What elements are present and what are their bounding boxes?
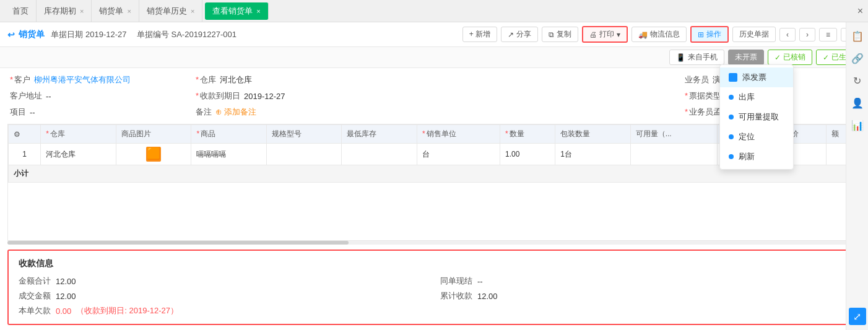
- doc-icon: ↩: [7, 30, 15, 40]
- tab-view-sales-label: 查看销货单: [212, 6, 253, 17]
- logistics-button[interactable]: 🚚 物流信息: [631, 27, 687, 42]
- available-extract-icon: [729, 115, 734, 119]
- dropdown-locate[interactable]: 定位: [720, 127, 793, 147]
- payment-date-label: 收款到期日: [196, 90, 240, 102]
- toolbar-right: + 新增 ↗ 分享 ⧉ 复制 🖨 打印 ▾ 🚚 物流信息: [462, 26, 861, 43]
- row-image: 🟧: [116, 144, 191, 165]
- tab-sales-history-label: 销货单历史: [147, 6, 187, 17]
- check2-icon: ✓: [823, 53, 829, 62]
- tab-sales-close[interactable]: ×: [127, 7, 131, 15]
- copy-button[interactable]: ⧉ 复制: [542, 27, 578, 42]
- print-button[interactable]: 🖨 打印 ▾: [582, 26, 628, 43]
- tab-bar: 首页 库存期初 × 销货单 × 销货单历史 × 查看销货单 × ×: [0, 0, 868, 22]
- th-warehouse: 仓库: [41, 125, 116, 144]
- sidebar-icon-link[interactable]: 🔗: [849, 50, 866, 67]
- dropdown-add-invoice[interactable]: 添发票: [720, 67, 793, 87]
- payment-grid: 金额合计 12.00 同单现结 -- 成交金额 12.00 累计收款 12.00…: [19, 276, 849, 316]
- payment-date-field: 收款到期日 2019-12-27: [196, 90, 369, 102]
- invoice-icon: [729, 73, 737, 82]
- project-value: --: [30, 108, 35, 117]
- th-settings: ⚙: [9, 125, 41, 144]
- customer-value[interactable]: 柳州粤港平安气体有限公司: [34, 74, 131, 85]
- tab-sales-history[interactable]: 销货单历史 ×: [139, 0, 202, 22]
- not-open-button[interactable]: 未开票: [728, 50, 764, 65]
- sidebar-icon-user[interactable]: 👤: [849, 94, 866, 111]
- row-available: [630, 144, 717, 165]
- tab-inventory-init[interactable]: 库存期初 ×: [37, 0, 92, 22]
- warehouse-label: 仓库: [196, 74, 216, 85]
- payment-date-value: 2019-12-27: [244, 92, 285, 101]
- th-package-qty: 包装数量: [555, 125, 631, 144]
- from-phone-button[interactable]: 📱 来自手机: [669, 50, 724, 65]
- horizontal-scrollbar[interactable]: [7, 241, 861, 245]
- total-amount-label: 金额合计: [19, 276, 51, 287]
- dropdown-refresh[interactable]: 刷新: [720, 147, 793, 167]
- tab-inventory-init-label: 库存期初: [44, 6, 76, 17]
- next-button[interactable]: ›: [799, 28, 815, 41]
- global-close-button[interactable]: ×: [857, 6, 863, 17]
- sidebar-icon-expand[interactable]: ⤢: [849, 308, 866, 325]
- th-unit: 销售单位: [417, 125, 500, 144]
- address-value: --: [46, 92, 51, 101]
- row-package-qty: 1台: [555, 144, 631, 165]
- customer-label: 客户: [10, 74, 30, 85]
- sidebar-icon-doc[interactable]: 📋: [849, 27, 866, 45]
- phone-icon: 📱: [676, 53, 685, 62]
- check-icon: ✓: [775, 53, 781, 62]
- prev-button[interactable]: ‹: [779, 28, 796, 41]
- current-debt-value: 0.00: [56, 306, 71, 316]
- dropdown-outbound[interactable]: 出库: [720, 87, 793, 107]
- tab-view-sales[interactable]: 查看销货单 ×: [205, 2, 268, 20]
- tab-inventory-init-close[interactable]: ×: [80, 7, 84, 15]
- note-field: 备注 ⊕ 添加备注: [196, 106, 369, 118]
- dropdown-menu: 添发票 出库 可用量提取 定位 刷新: [719, 64, 794, 170]
- doc-title-text: 销货单: [19, 29, 45, 40]
- copy-icon: ⧉: [549, 30, 554, 39]
- outbound-icon: [729, 95, 734, 100]
- payment-info: 收款信息 金额合计 12.00 同单现结 -- 成交金额 12.00 累计收款 …: [7, 250, 861, 325]
- doc-title: ↩ 销货单: [7, 29, 45, 40]
- same-settlement-row: 同单现结 --: [440, 276, 849, 287]
- warehouse-value: 河北仓库: [220, 74, 252, 85]
- th-spec: 规格型号: [266, 125, 342, 144]
- row-min-stock: [342, 144, 417, 165]
- share-icon: ↗: [508, 30, 514, 39]
- truck-icon: 🚚: [638, 30, 648, 39]
- add-button[interactable]: + 新增: [462, 27, 497, 42]
- deal-amount-value: 12.00: [56, 292, 76, 301]
- plus-icon: ⊕: [215, 107, 222, 116]
- already-revoked-button[interactable]: ✓ 已核销: [768, 50, 812, 65]
- same-settlement-value: --: [477, 277, 483, 286]
- tab-home[interactable]: 首页: [5, 0, 37, 22]
- doc-info: 单据日期 2019-12-27 单据编号 SA-20191227-001: [51, 29, 237, 40]
- note-add[interactable]: ⊕ 添加备注: [215, 106, 256, 118]
- tab-sales-history-close[interactable]: ×: [191, 7, 194, 15]
- payment-title: 收款信息: [19, 258, 849, 269]
- print-icon: 🖨: [589, 30, 597, 39]
- row-qty: 1.00: [500, 144, 555, 165]
- operation-button[interactable]: ⊞ 操作: [690, 26, 729, 43]
- view1-button[interactable]: ≡: [819, 28, 837, 41]
- address-field: 客户地址 --: [10, 90, 183, 102]
- history-button[interactable]: 历史单据: [732, 27, 776, 42]
- row-unit: 台: [417, 144, 500, 165]
- sidebar-icon-chart[interactable]: 📊: [849, 116, 866, 134]
- staff-label: 业务员: [685, 74, 709, 85]
- sidebar-icon-refresh[interactable]: ↻: [849, 72, 866, 89]
- toolbar-left: ↩ 销货单 单据日期 2019-12-27 单据编号 SA-20191227-0…: [7, 29, 237, 40]
- current-debt-row: 本单欠款 0.00 （收款到期日: 2019-12-27）: [19, 305, 849, 316]
- tab-sales[interactable]: 销货单 ×: [92, 0, 139, 22]
- share-button[interactable]: ↗ 分享: [501, 27, 538, 42]
- row-warehouse: 河北仓库: [41, 144, 116, 165]
- dropdown-available-extract[interactable]: 可用量提取: [720, 107, 793, 127]
- debt-note: （收款到期日: 2019-12-27）: [76, 305, 178, 316]
- scrollbar-thumb[interactable]: [7, 241, 349, 245]
- same-settlement-label: 同单现结: [440, 276, 472, 287]
- th-min-stock: 最低库存: [342, 125, 417, 144]
- row-spec: [266, 144, 342, 165]
- project-label: 项目: [10, 106, 26, 118]
- tab-view-sales-close[interactable]: ×: [256, 7, 260, 15]
- tab-sales-label: 销货单: [99, 6, 123, 17]
- tab-home-label: 首页: [12, 6, 28, 17]
- locate-icon: [729, 134, 734, 139]
